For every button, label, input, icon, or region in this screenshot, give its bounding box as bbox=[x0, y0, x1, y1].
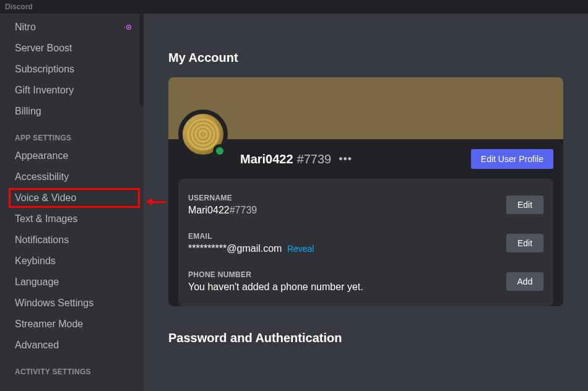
field-label: PHONE NUMBER bbox=[188, 270, 363, 279]
sidebar-item-label: Keybinds bbox=[15, 256, 56, 267]
edit-email-button[interactable]: Edit bbox=[506, 234, 543, 252]
reveal-email-link[interactable]: Reveal bbox=[287, 244, 314, 254]
field-label: USERNAME bbox=[188, 194, 257, 202]
sidebar-item-streamer-mode[interactable]: Streamer Mode bbox=[9, 314, 140, 334]
sidebar-item-subscriptions[interactable]: Subscriptions bbox=[9, 59, 140, 79]
sidebar-item-label: Subscriptions bbox=[15, 64, 74, 75]
more-options-icon[interactable]: ••• bbox=[335, 153, 356, 166]
titlebar: Discord bbox=[0, 0, 588, 14]
main-content: My Account Mari0422#7739 ••• Edit User P… bbox=[144, 14, 588, 391]
field-value: **********@gmail.com Reveal bbox=[188, 243, 314, 254]
sidebar-item-label: Billing bbox=[15, 106, 41, 117]
add-phone-button[interactable]: Add bbox=[506, 272, 543, 291]
sidebar-item-label: Gift Inventory bbox=[15, 85, 74, 96]
field-value: You haven't added a phone number yet. bbox=[188, 281, 363, 293]
username-display: Mari0422 bbox=[240, 152, 293, 166]
sidebar-item-label: Server Boost bbox=[15, 43, 72, 54]
settings-sidebar: Nitro Server Boost Subscriptions Gift In… bbox=[0, 14, 144, 391]
sidebar-item-label: Appearance bbox=[15, 150, 68, 161]
nitro-badge-icon bbox=[124, 22, 134, 32]
sidebar-item-label: Nitro bbox=[15, 22, 36, 33]
section-title-password: Password and Authentication bbox=[168, 331, 563, 345]
titlebar-app-name: Discord bbox=[5, 2, 33, 11]
account-fields: USERNAME Mari0422#7739 Edit EMAIL ******… bbox=[178, 179, 553, 306]
field-value: Mari0422#7739 bbox=[188, 205, 257, 216]
sidebar-item-label: Text & Images bbox=[15, 213, 77, 225]
sidebar-item-label: Streamer Mode bbox=[15, 319, 83, 330]
sidebar-item-nitro[interactable]: Nitro bbox=[9, 17, 140, 37]
edit-user-profile-button[interactable]: Edit User Profile bbox=[471, 149, 553, 169]
account-card: Mari0422#7739 ••• Edit User Profile USER… bbox=[168, 77, 563, 306]
sidebar-item-text-images[interactable]: Text & Images bbox=[9, 209, 140, 229]
sidebar-item-label: Accessibility bbox=[15, 171, 69, 183]
sidebar-item-label: Language bbox=[15, 277, 59, 288]
sidebar-item-keybinds[interactable]: Keybinds bbox=[9, 251, 140, 271]
sidebar-header-activity-settings: ACTIVITY SETTINGS bbox=[9, 356, 140, 380]
field-row-phone: PHONE NUMBER You haven't added a phone n… bbox=[188, 265, 543, 296]
sidebar-item-advanced[interactable]: Advanced bbox=[9, 335, 140, 355]
sidebar-item-windows-settings[interactable]: Windows Settings bbox=[9, 293, 140, 313]
discriminator-display: #7739 bbox=[297, 152, 332, 166]
sidebar-item-label: Notifications bbox=[15, 234, 69, 246]
page-title: My Account bbox=[168, 51, 563, 65]
sidebar-item-accessibility[interactable]: Accessibility bbox=[9, 167, 140, 187]
sidebar-item-language[interactable]: Language bbox=[9, 272, 140, 292]
sidebar-item-appearance[interactable]: Appearance bbox=[9, 146, 140, 166]
sidebar-item-notifications[interactable]: Notifications bbox=[9, 230, 140, 250]
sidebar-item-server-boost[interactable]: Server Boost bbox=[9, 38, 140, 58]
annotation-arrow bbox=[146, 198, 166, 205]
svg-point-1 bbox=[128, 27, 130, 28]
sidebar-header-app-settings: APP SETTINGS bbox=[9, 122, 140, 146]
sidebar-item-label: Windows Settings bbox=[15, 298, 93, 309]
status-indicator-online bbox=[213, 144, 227, 158]
field-row-email: EMAIL **********@gmail.com Reveal Edit bbox=[188, 227, 543, 265]
sidebar-item-label: Advanced bbox=[15, 340, 59, 351]
field-row-username: USERNAME Mari0422#7739 Edit bbox=[188, 189, 543, 227]
scrollbar[interactable] bbox=[140, 14, 144, 106]
sidebar-item-gift-inventory[interactable]: Gift Inventory bbox=[9, 80, 140, 100]
sidebar-item-billing[interactable]: Billing bbox=[9, 101, 140, 121]
profile-row: Mari0422#7739 ••• Edit User Profile bbox=[168, 139, 563, 169]
sidebar-item-voice-video[interactable]: Voice & Video bbox=[9, 188, 140, 208]
avatar-wrapper bbox=[178, 110, 228, 159]
sidebar-item-label: Voice & Video bbox=[15, 192, 76, 204]
edit-username-button[interactable]: Edit bbox=[506, 196, 543, 214]
field-label: EMAIL bbox=[188, 232, 314, 241]
